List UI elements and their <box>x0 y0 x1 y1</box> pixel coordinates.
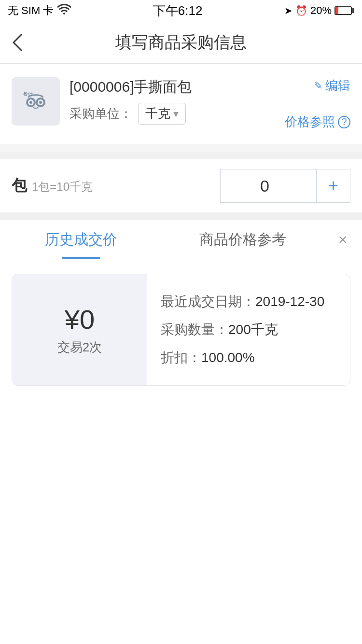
status-right: ➤ ⏰ 20% <box>284 4 354 17</box>
unit-arrow-icon: ▾ <box>173 108 179 120</box>
svg-point-4 <box>29 101 32 104</box>
amount-value: 0 <box>80 304 95 335</box>
quantity-row: 包 1包=10千克 + <box>0 159 362 212</box>
product-section: 餐计 [0000006]手撕面包 采购单位： 千克 ▾ ✎ 编辑 <box>0 64 362 144</box>
location-icon: ➤ <box>284 5 292 16</box>
quantity-label: 包 1包=10千克 <box>12 175 93 196</box>
unit-label: 采购单位： <box>70 105 132 122</box>
price-ref-label: 价格参照 <box>285 113 335 130</box>
recent-date-row: 最近成交日期：2019-12-30 <box>161 292 336 312</box>
product-left: 餐计 [0000006]手撕面包 采购单位： 千克 ▾ <box>12 77 192 126</box>
carrier-text: 无 SIM 卡 <box>8 3 54 18</box>
unit-selector[interactable]: 千克 ▾ <box>138 103 186 125</box>
quantity-unit: 包 <box>12 175 27 196</box>
wifi-icon <box>57 4 71 17</box>
status-left: 无 SIM 卡 <box>8 3 71 18</box>
edit-button[interactable]: ✎ 编辑 <box>314 77 350 94</box>
edit-icon: ✎ <box>314 80 322 92</box>
unit-value: 千克 <box>145 105 170 122</box>
alarm-icon: ⏰ <box>295 5 307 16</box>
nav-bar: 填写商品采购信息 <box>0 21 362 64</box>
recent-date-label: 最近成交日期： <box>161 294 255 309</box>
purchase-quantity-label: 采购数量： <box>161 322 228 337</box>
quantity-plus-button[interactable]: + <box>317 169 350 203</box>
section-separator <box>0 152 362 159</box>
product-header: 餐计 [0000006]手撕面包 采购单位： 千克 ▾ ✎ 编辑 <box>12 77 350 130</box>
tab-history-price[interactable]: 历史成交价 <box>0 220 162 259</box>
currency-symbol: ¥ <box>65 304 80 335</box>
bottom-space <box>0 400 362 644</box>
status-time: 下午6:12 <box>153 2 203 19</box>
tab-close-button[interactable]: × <box>323 220 362 259</box>
tab-bar: 历史成交价 商品价格参考 × <box>0 220 362 259</box>
price-card-left: ¥0 交易2次 <box>12 274 147 385</box>
back-button[interactable] <box>12 33 23 52</box>
tab-price-reference[interactable]: 商品价格参考 <box>162 220 323 259</box>
product-name: [0000006]手撕面包 <box>70 77 192 97</box>
quantity-conversion: 1包=10千克 <box>32 179 93 195</box>
edit-label: 编辑 <box>325 77 350 94</box>
price-amount: ¥0 <box>65 304 95 335</box>
discount-row: 折扣：100.00% <box>161 348 336 368</box>
quantity-input[interactable] <box>220 169 317 203</box>
tab-section: 历史成交价 商品价格参考 × ¥0 交易2次 最近成交日期：2019-12-30… <box>0 220 362 400</box>
discount-label: 折扣： <box>161 350 201 365</box>
discount-value: 100.00% <box>201 350 255 365</box>
battery-icon <box>334 6 354 15</box>
quantity-input-wrapper: + <box>220 169 350 203</box>
purchase-quantity-value: 200千克 <box>228 322 278 337</box>
card-container: ¥0 交易2次 最近成交日期：2019-12-30 采购数量：200千克 折扣：… <box>0 259 362 400</box>
battery-percent: 20% <box>310 4 332 17</box>
product-image: 餐计 <box>12 77 60 126</box>
product-info: [0000006]手撕面包 采购单位： 千克 ▾ <box>70 77 192 125</box>
price-reference-button[interactable]: 价格参照 ? <box>285 113 350 130</box>
purchase-quantity-row: 采购数量：200千克 <box>161 320 336 340</box>
svg-text:餐计: 餐计 <box>23 91 33 97</box>
price-card: ¥0 交易2次 最近成交日期：2019-12-30 采购数量：200千克 折扣：… <box>12 274 350 386</box>
product-unit: 采购单位： 千克 ▾ <box>70 103 192 125</box>
section-separator-2 <box>0 212 362 220</box>
status-bar: 无 SIM 卡 下午6:12 ➤ ⏰ 20% <box>0 0 362 21</box>
price-transactions: 交易2次 <box>57 339 102 356</box>
help-icon: ? <box>338 116 350 128</box>
page-title: 填写商品采购信息 <box>115 31 247 54</box>
recent-date-value: 2019-12-30 <box>255 294 324 309</box>
svg-point-5 <box>39 101 42 104</box>
price-card-right: 最近成交日期：2019-12-30 采购数量：200千克 折扣：100.00% <box>147 274 350 385</box>
